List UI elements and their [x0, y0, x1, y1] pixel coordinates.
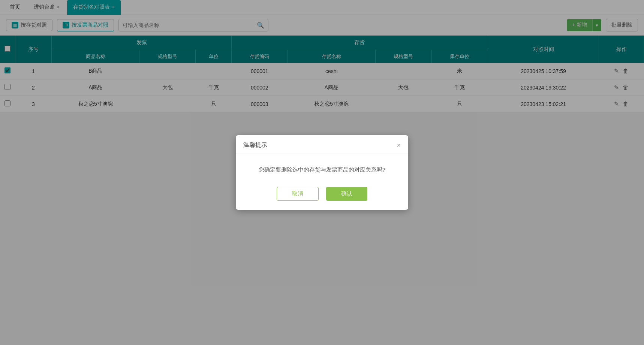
modal-overlay: 温馨提示 × 您确定要删除选中的存货与发票商品的对应关系吗? 取消 确认: [0, 0, 644, 112]
